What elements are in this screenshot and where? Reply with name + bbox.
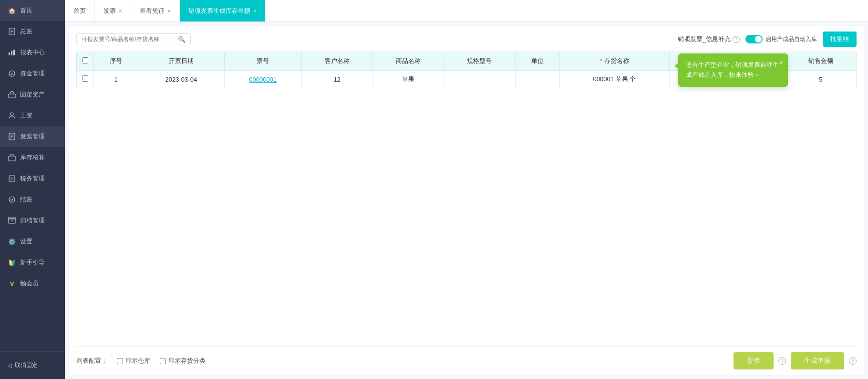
tab-invoice-label: 发票 — [103, 7, 116, 15]
main-area: 首页 发票 × 查看凭证 × 销项发票生成库存单据 × 🔍 销项发票_信息补充 … — [65, 0, 868, 379]
show-category-label[interactable]: 显示存货分类 — [160, 357, 206, 365]
tab-voucher[interactable]: 查看凭证 × — [131, 0, 180, 21]
sidebar-item-ledger[interactable]: 总账 — [0, 21, 65, 42]
th-number: 票号 — [224, 52, 301, 71]
tooltip-text: 适合生产型企业，销项发票自动生成产成品入库，快来体验～ — [686, 61, 779, 78]
search-box[interactable]: 🔍 — [76, 33, 191, 45]
save-button[interactable]: 暂存 — [734, 352, 774, 369]
sidebar-item-label: 新手引导 — [20, 258, 45, 267]
reports-icon — [8, 48, 16, 57]
sidebar-item-label: 归档管理 — [20, 216, 45, 225]
toggle-label: 启用产成品自动入库 — [765, 35, 817, 43]
th-stock: 存货名称 — [559, 52, 670, 71]
unfix-label: 取消固定 — [15, 361, 38, 369]
generate-help-icon[interactable]: ? — [849, 357, 857, 365]
th-amount: 销售金额 — [785, 52, 856, 71]
sidebar-item-invoice-mgmt[interactable]: 发票管理 — [0, 126, 65, 147]
sidebar-item-home[interactable]: 🏠 首页 — [0, 0, 65, 21]
sidebar-item-tax[interactable]: 税务管理 — [0, 168, 65, 189]
row-checkbox[interactable] — [82, 75, 88, 82]
toggle-container: 启用产成品自动入库 — [745, 35, 817, 43]
sidebar-item-newbie[interactable]: 🔰 新手引导 — [0, 252, 65, 273]
sidebar-item-archive[interactable]: 归档管理 — [0, 210, 65, 231]
cell-customer: 12 — [301, 71, 372, 88]
sidebar-item-settle[interactable]: 结账 — [0, 189, 65, 210]
cell-product: 苹果 — [372, 71, 444, 88]
sidebar-bottom: ◁ 取消固定 — [0, 351, 65, 379]
tax-icon — [8, 174, 16, 183]
svg-point-10 — [10, 113, 13, 116]
info-help-icon[interactable]: ? — [733, 36, 740, 43]
auto-warehouse-toggle[interactable] — [745, 35, 763, 43]
funds-icon: ¥ — [8, 69, 16, 78]
th-customer: 客户名称 — [301, 52, 372, 71]
sidebar-item-reports[interactable]: 报表中心 — [0, 42, 65, 63]
search-input[interactable] — [82, 36, 175, 42]
select-all-checkbox[interactable] — [82, 57, 88, 63]
sidebar-item-label: 发票管理 — [20, 132, 45, 141]
show-category-text: 显示存货分类 — [168, 357, 206, 365]
th-model: 规格型号 — [444, 52, 515, 71]
svg-rect-9 — [9, 94, 15, 98]
page-content: 🔍 销项发票_信息补充 ? 启用产成品自动入库 批量结 — [69, 26, 864, 375]
tooltip-close-button[interactable]: × — [779, 57, 783, 68]
search-icon: 🔍 — [178, 36, 186, 43]
cell-model — [444, 71, 515, 88]
fixed-assets-icon — [8, 90, 16, 99]
sidebar-item-label: 税务管理 — [20, 174, 45, 183]
tab-invoice[interactable]: 发票 × — [95, 0, 131, 21]
cell-number: 00000001 — [224, 71, 301, 88]
row-checkbox-cell[interactable] — [77, 71, 94, 88]
pin-icon: ◁ — [8, 362, 12, 369]
cell-amount: 5 — [785, 71, 856, 88]
newbie-icon: 🔰 — [8, 258, 16, 267]
th-unit: 单位 — [515, 52, 559, 71]
sidebar-item-label: 报表中心 — [20, 48, 45, 57]
sidebar-item-fixed-assets[interactable]: 固定资产 — [0, 84, 65, 105]
sidebar: 🏠 首页 总账 报表中心 ¥ 资金管理 固定资产 工资 发票管理 — [0, 0, 65, 379]
ledger-icon — [8, 27, 16, 36]
archive-icon — [8, 216, 16, 225]
tab-stock-form[interactable]: 销项发票生成库存单据 × — [180, 0, 266, 21]
tab-invoice-close[interactable]: × — [119, 8, 122, 14]
sidebar-unfix-button[interactable]: ◁ 取消固定 — [0, 357, 65, 374]
tab-voucher-label: 查看凭证 — [140, 7, 165, 15]
sidebar-item-label: 畅会员 — [20, 279, 39, 288]
sidebar-item-label: 固定资产 — [20, 90, 45, 99]
batch-button[interactable]: 批量结 — [823, 32, 857, 47]
tab-stock-form-label: 销项发票生成库存单据 — [188, 7, 250, 15]
cell-unit — [515, 71, 559, 88]
sidebar-item-vip[interactable]: V 畅会员 — [0, 273, 65, 294]
th-product: 商品名称 — [372, 52, 444, 71]
save-help-icon[interactable]: ? — [778, 357, 786, 365]
tab-voucher-close[interactable]: × — [167, 8, 171, 14]
tab-stock-form-close[interactable]: × — [253, 8, 257, 14]
show-warehouse-label[interactable]: 显示仓库 — [117, 357, 150, 365]
cell-date: 2023-03-04 — [138, 71, 225, 88]
show-warehouse-text: 显示仓库 — [125, 357, 150, 365]
invoice-icon — [8, 132, 16, 141]
toolbar: 🔍 销项发票_信息补充 ? 启用产成品自动入库 批量结 — [76, 32, 857, 47]
salary-icon — [8, 111, 16, 120]
svg-rect-5 — [11, 51, 12, 55]
sidebar-item-label: 总账 — [20, 27, 32, 36]
svg-rect-15 — [9, 156, 15, 161]
sidebar-item-settings[interactable]: ⚙️ 设置 — [0, 231, 65, 252]
show-category-checkbox[interactable] — [160, 358, 166, 364]
sidebar-item-label: 资金管理 — [20, 69, 45, 78]
svg-rect-4 — [9, 53, 10, 55]
sidebar-item-inventory[interactable]: 库存核算 — [0, 147, 65, 168]
settle-icon — [8, 195, 16, 204]
sidebar-item-salary[interactable]: 工资 — [0, 105, 65, 126]
cell-seq: 1 — [94, 71, 138, 88]
generate-button[interactable]: 生成单据 — [791, 352, 844, 369]
sidebar-item-funds[interactable]: ¥ 资金管理 — [0, 63, 65, 84]
tab-home[interactable]: 首页 — [65, 0, 95, 21]
invoice-link[interactable]: 00000001 — [249, 76, 277, 83]
info-label: 销项发票_信息补充 ? — [678, 35, 740, 43]
show-warehouse-checkbox[interactable] — [117, 358, 123, 364]
inventory-icon — [8, 153, 16, 162]
svg-rect-6 — [13, 50, 15, 55]
bottom-bar: 列表配置： 显示仓库 显示存货分类 暂存 ? 生成单据 ? — [76, 346, 857, 375]
list-config-label: 列表配置： — [76, 357, 107, 365]
